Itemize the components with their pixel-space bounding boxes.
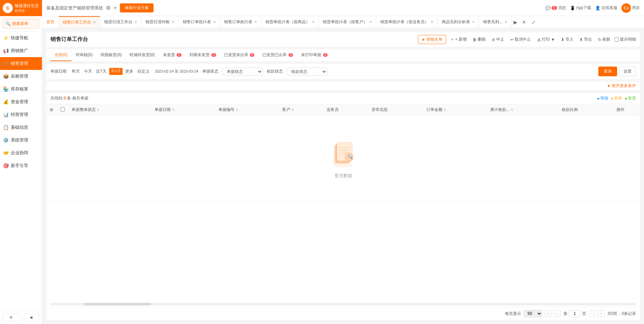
sales-stat-tab-close[interactable]: ✕ — [213, 20, 216, 24]
import-button[interactable]: ⬇ 导入 — [559, 35, 575, 44]
cancel-audit-op-button[interactable]: ● 弃审 — [611, 95, 622, 101]
product-margin-tab-close[interactable]: ✕ — [472, 20, 475, 24]
page-input[interactable] — [569, 310, 581, 317]
subtab-shipped-warehoused[interactable]: 已发货已出库 0 — [258, 49, 297, 61]
settings-gear-button[interactable]: ⚙ — [106, 5, 111, 11]
sidebar-item-purchase[interactable]: 📦 采购管理 — [0, 70, 42, 83]
horizontal-scrollbar[interactable] — [46, 301, 640, 307]
subtab-pending-review[interactable]: 待审核(0) — [72, 49, 97, 61]
smart-create-button[interactable]: ★ 智能生单 — [418, 35, 446, 44]
tab-maximize-button[interactable]: ⤢ — [529, 16, 538, 28]
sidebar-item-guide[interactable]: 🎯 新手引导 — [0, 159, 42, 172]
tab-cash-reconcile[interactable]: 钱货日清对账 ✕ — [141, 16, 179, 28]
sidebar-item-sales[interactable]: 🛒 销售管理 — [0, 57, 42, 70]
col-ratio-header[interactable]: 收款比例 — [558, 104, 613, 116]
last7days-btn[interactable]: 近7天 — [95, 68, 108, 75]
col-amount-header[interactable]: 订单金额 ⇅ — [423, 104, 487, 116]
expand-more-row: ▼ 展开更多条件 — [46, 82, 640, 90]
tab-product-margin[interactable]: 商品毛利分析表 ✕ — [438, 16, 479, 28]
app-download-button[interactable]: 📱 App下载 — [570, 5, 591, 11]
filter-setting-button[interactable]: 设置 — [619, 67, 636, 76]
suspend-button[interactable]: ⊘ 中止 — [490, 35, 506, 44]
ship-op-button[interactable]: ● 发货 — [625, 95, 636, 101]
col-status-header[interactable]: 单据整体状态 ⇅ — [68, 104, 151, 116]
payment-filter-select[interactable]: 收款状态 — [287, 68, 327, 76]
tab-sales-summary-product[interactable]: 销货单统计表（按商品） ✕ — [261, 16, 319, 28]
subtab-not-printed[interactable]: 未打印单据 0 — [297, 49, 332, 61]
next-page-button[interactable]: › — [589, 310, 595, 317]
user-menu-button[interactable]: Ea 用友 — [621, 3, 640, 13]
subtab-wangpu-pending[interactable]: 旺铺待发货(0) — [126, 49, 159, 61]
expand-more-button[interactable]: ▼ 展开更多条件 — [607, 83, 636, 89]
subtab-shipped-not-warehoused[interactable]: 已发货未出库 0 — [220, 49, 259, 61]
industry-solution-button[interactable]: 体验行业方案 — [120, 3, 154, 12]
cancel-suspend-button[interactable]: ↩ 取消中止 — [508, 35, 533, 44]
subtab-expired-not-shipped[interactable]: 到期未发货 0 — [185, 49, 220, 61]
online-service-button[interactable]: 👤 在线客服 — [595, 5, 617, 11]
add-button[interactable]: ＋ + 新增 — [448, 35, 469, 44]
select-all-checkbox[interactable] — [60, 107, 65, 112]
sales-extra-tab-close[interactable]: ✕ — [505, 20, 507, 24]
status-filter-select[interactable]: 单据状态 — [222, 68, 263, 76]
tab-close-all-button[interactable]: ✕ — [519, 16, 529, 28]
tab-scroll-right-button[interactable]: ▶ — [512, 16, 519, 28]
sidebar-item-basic[interactable]: 📋 基础信息 — [0, 121, 42, 134]
yesterday-btn[interactable]: 昨天 — [71, 68, 81, 75]
prev-page-button[interactable]: ‹ — [555, 310, 561, 317]
subtab-all[interactable]: 全部(0) — [50, 49, 72, 61]
audit-op-button[interactable]: ● 审核 — [597, 95, 608, 101]
col-exception-header[interactable]: 异常信息 — [368, 104, 423, 116]
sales-exec-tab-close[interactable]: ✕ — [254, 20, 257, 24]
cash-reconcile-tab-close[interactable]: ✕ — [172, 20, 174, 24]
last-page-button[interactable]: » — [598, 310, 605, 317]
tab-sales-summary-customer[interactable]: 销货单统计表（按客户） ✕ — [319, 16, 376, 28]
cash-reconcile-tab-label: 钱货日清对账 — [145, 19, 170, 25]
tab-cash-daily[interactable]: 钱货日清工作台 ✕ — [100, 16, 141, 28]
sidebar-item-finance[interactable]: 💰 资金管理 — [0, 95, 42, 108]
per-page-select[interactable]: 50 10 20 100 — [524, 310, 542, 317]
sidebar-item-inventory[interactable]: 🏪 库存核算 — [0, 83, 42, 95]
tab-sales-summary-staff[interactable]: 销货单统计表（按业务员） ✕ — [376, 16, 438, 28]
sidebar-item-system[interactable]: ⚙️ 系统管理 — [0, 134, 42, 147]
sidebar-item-promo[interactable]: 📢 营销推广 — [0, 44, 42, 57]
custom-date-btn[interactable]: 自定义 — [136, 68, 151, 75]
today-btn[interactable]: 今天 — [83, 68, 93, 75]
tab-sales-order[interactable]: 销售订单工作台 ✕ — [59, 16, 100, 28]
delete-button[interactable]: 🗑 删除 — [471, 35, 488, 44]
scrollbar-thumb[interactable] — [84, 303, 151, 306]
col-number-header[interactable]: 单据编号 ⇅ — [215, 104, 279, 116]
sales-order-tab-close[interactable]: ✕ — [93, 21, 96, 24]
search-menu-button[interactable]: 🔍 搜索菜单 — [3, 19, 39, 29]
show-detail-checkbox-label[interactable]: 显示明细 — [614, 37, 636, 42]
refresh-button[interactable]: ↻ 刷新 — [596, 35, 612, 44]
more-date-btn[interactable]: 更多 — [124, 68, 135, 75]
sidebar-settings-button[interactable]: ⚙ — [3, 314, 20, 321]
subtab-pending-inspect[interactable]: 待拣验货(0) — [96, 49, 126, 61]
query-button[interactable]: 查询 — [598, 67, 617, 76]
cash-daily-tab-close[interactable]: ✕ — [134, 20, 137, 24]
sales-summary-staff-tab-close[interactable]: ✕ — [431, 20, 433, 24]
sales-summary-product-tab-close[interactable]: ✕ — [312, 20, 314, 24]
col-date-header[interactable]: 单据日期 ⇅ — [151, 104, 215, 116]
tab-home[interactable]: 首页 — [42, 16, 59, 28]
sidebar-item-nav[interactable]: ⚡ 快捷导航 — [0, 32, 42, 44]
show-detail-checkbox[interactable] — [614, 37, 619, 42]
tab-sales-extra[interactable]: 销售毛利... ✕ — [479, 16, 512, 28]
sidebar-collapse-button[interactable]: ◀ — [23, 314, 40, 321]
print-button[interactable]: 🖨 打印 ▼ — [535, 35, 557, 44]
sidebar-item-cooperation[interactable]: 🤝 企业协同 — [0, 147, 42, 159]
sidebar-item-operations[interactable]: 📊 经营管理 — [0, 108, 42, 121]
col-received-header[interactable]: 累计收款... ⇅ — [487, 104, 559, 116]
col-customer-header[interactable]: 客户 ⇅ — [279, 104, 323, 116]
message-icon: 💬 — [546, 6, 551, 10]
sales-summary-customer-tab-close[interactable]: ✕ — [369, 20, 372, 24]
subtab-not-shipped[interactable]: 未发货 0 — [159, 49, 185, 61]
tab-sales-exec[interactable]: 销售订单执行表 ✕ — [220, 16, 261, 28]
subtabs: 全部(0) 待审核(0) 待拣验货(0) 旺铺待发货(0) 未发货 0 到期未发… — [46, 49, 640, 61]
col-staff-header[interactable]: 业务员 — [323, 104, 368, 116]
last-month-badge[interactable]: 近1月 — [109, 68, 123, 75]
first-page-button[interactable]: « — [545, 310, 552, 317]
message-button[interactable]: 💬 6 消息 — [546, 5, 566, 11]
export-button[interactable]: ⬆ 导出 — [577, 35, 594, 44]
tab-sales-stat[interactable]: 销售订单统计表 ✕ — [179, 16, 220, 28]
